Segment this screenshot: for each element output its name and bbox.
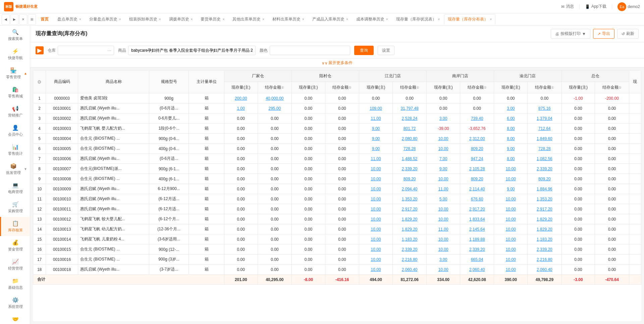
row-val-15: 0.00 <box>561 224 595 234</box>
tab-2[interactable]: 分量盘点单历史 × <box>86 14 125 25</box>
row-val-15: 0.00 <box>561 234 595 244</box>
row-val-10: 1,829.20 <box>392 224 426 234</box>
sidebar-item-shop[interactable]: 🛍️ 零售商城 <box>0 83 30 102</box>
tab-7[interactable]: 材料出库单历史 × <box>269 14 308 25</box>
tab-close-9[interactable]: × <box>386 17 388 21</box>
table-container[interactable]: ⚙ 商品编码 商品名称 规格型号 主计量单位 厂家仓 陌村仓 江北门店 南岸门店… <box>33 70 641 321</box>
jiangbei-amt-info[interactable]: ① <box>416 86 419 89</box>
row-current <box>629 113 641 124</box>
tab-prev-btn[interactable]: ◀ <box>2 14 10 25</box>
sidebar-item-marketing[interactable]: 📢 营销推广 <box>0 102 30 121</box>
row-code: 00100012 <box>46 214 78 224</box>
sidebar-item-search[interactable]: 🔍 搜索英单 <box>0 26 30 45</box>
row-spec: 900g (3岁... <box>149 254 189 265</box>
row-current <box>629 204 641 214</box>
summary-mocun-qty: -8.00 <box>292 275 325 285</box>
row-val-15: 0.00 <box>561 134 595 144</box>
nanan-amt-info[interactable]: ① <box>484 86 487 89</box>
tab-close-10[interactable]: × <box>438 17 440 21</box>
tab-close-btn[interactable]: ✕ <box>19 14 27 25</box>
sidebar-item-inventory[interactable]: 📋 库存核算 <box>0 217 30 236</box>
tab-9[interactable]: 成本调整单历史 × <box>353 14 392 25</box>
tab-close-11[interactable]: × <box>490 17 492 21</box>
tab-close-4[interactable]: × <box>191 17 193 21</box>
expand-conditions-btn[interactable]: ∨∨ 展开更多条件 <box>322 60 353 66</box>
print-btn[interactable]: 🖨 按模版打印 ▼ <box>551 29 590 39</box>
row-num: 10 <box>33 184 46 194</box>
sidebar-item-collab[interactable]: 🤝 企业协同 <box>0 313 30 324</box>
warehouse-dots[interactable]: ··· <box>107 48 111 53</box>
tab-close-2[interactable]: × <box>119 17 121 21</box>
tab-5[interactable]: 要货单历史 × <box>197 14 228 25</box>
factory-amt-info[interactable]: ① <box>281 86 284 89</box>
sidebar-label-stats: 零售统计 <box>8 151 23 156</box>
tab-next-btn[interactable]: ▶ <box>10 14 18 25</box>
sidebar-item-ops[interactable]: 📈 经营管理 <box>0 255 30 274</box>
row-val-13: 10.00 <box>494 224 528 234</box>
sidebar-item-member[interactable]: 👤 会员中心 <box>0 121 30 140</box>
row-val-7: 0.00 <box>292 113 325 124</box>
mocun-amt-info[interactable]: ① <box>348 86 352 89</box>
sidebar-item-ecom[interactable]: 💻 电商管理 <box>0 179 30 198</box>
settings-btn[interactable]: 设置 <box>378 46 394 55</box>
tab-home[interactable]: 首页 <box>36 14 53 25</box>
tab-close-6[interactable]: × <box>262 17 264 21</box>
row-val-13: 8.00 <box>494 124 528 134</box>
tab-close-8[interactable]: × <box>346 17 348 21</box>
summary-label: 合计 <box>33 275 224 285</box>
logo-area: 标版 畅捷通好生意 <box>4 2 38 11</box>
row-val-12: 809.20 <box>460 174 494 184</box>
message-btn[interactable]: ✉ 消息 <box>561 4 574 9</box>
sidebar-item-nav[interactable]: ⚡ 快捷导航 <box>0 45 30 64</box>
row-val-14: 2,339.20 <box>528 164 561 174</box>
row-val-6: 0.00 <box>258 194 291 204</box>
tab-expand-btn[interactable]: ⊞ <box>28 14 36 25</box>
row-current <box>629 194 641 204</box>
sidebar-item-purchase[interactable]: 🛒 采购管理 <box>0 198 30 217</box>
collapse-btn[interactable]: ▶ <box>36 46 44 54</box>
sidebar-item-wholesale[interactable]: 📦 批发管理 ▼ <box>0 159 30 179</box>
tab-8[interactable]: 产成品入库单历史 × <box>309 14 352 25</box>
export-btn[interactable]: ↗ 导出 <box>593 29 614 39</box>
sidebar-item-sys[interactable]: ⚙️ 系统管理 <box>0 293 30 313</box>
tab-3[interactable]: 组装拆卸单历史 × <box>125 14 165 25</box>
user-menu[interactable]: Ea demo2 <box>618 2 640 11</box>
summary-total-amt: -470.64 <box>595 275 629 285</box>
ops-icon: 📈 <box>12 259 19 265</box>
settings-icon[interactable]: ⚙ <box>37 79 42 85</box>
tab-close-3[interactable]: × <box>159 17 161 21</box>
tab-6[interactable]: 其他出库单历史 × <box>229 14 268 25</box>
tab-close-5[interactable]: × <box>222 17 224 21</box>
app-download-btn[interactable]: 📱 App下载 <box>585 4 606 9</box>
row-val-15: 0.00 <box>561 254 595 265</box>
goods-dots[interactable]: ··· <box>249 48 253 53</box>
sidebar-item-stats[interactable]: 📊 零售统计 <box>0 140 30 159</box>
chevron-down-icon2: ▼ <box>582 32 586 36</box>
warehouse-input[interactable] <box>58 46 114 55</box>
query-btn[interactable]: 查询 <box>354 46 374 55</box>
color-input[interactable] <box>270 46 350 55</box>
tab-4[interactable]: 调拨单历史 × <box>165 14 197 25</box>
row-val-5: 0.00 <box>224 254 258 265</box>
tab-close-1[interactable]: × <box>79 17 81 21</box>
yubei-amt-info[interactable]: ① <box>551 86 554 89</box>
tab-10[interactable]: 现存量（库存状况表） × <box>392 14 444 25</box>
row-spec: 6-12月900... <box>149 184 189 194</box>
summary-yubei-qty: 390.00 <box>494 275 528 285</box>
goods-input[interactable] <box>128 46 256 55</box>
sidebar-label-wholesale: 批发管理 <box>6 170 21 175</box>
refresh-btn[interactable]: ↺ 刷新 <box>617 29 639 39</box>
row-val-7: 0.00 <box>292 204 325 214</box>
tab-11[interactable]: 现存量（库存分布表） × <box>444 14 495 25</box>
tab-1[interactable]: 盘点单历史 × <box>54 14 85 25</box>
th-settings[interactable]: ⚙ <box>33 71 46 93</box>
row-val-16: 0.00 <box>595 214 629 224</box>
row-spec: (6-12月适... <box>149 204 189 214</box>
sidebar-item-finance[interactable]: 💰 资金管理 <box>0 236 30 255</box>
sidebar-item-base[interactable]: 📁 基础信息 <box>0 274 30 293</box>
total-amt-info[interactable]: ① <box>619 86 622 89</box>
row-spec: 900g (12-... <box>149 244 189 254</box>
tab-close-7[interactable]: × <box>302 17 304 21</box>
sidebar-item-retail-mgmt[interactable]: 🏪 零售管理 ▲ <box>0 64 30 83</box>
expand-icon: ∨∨ <box>322 61 328 65</box>
